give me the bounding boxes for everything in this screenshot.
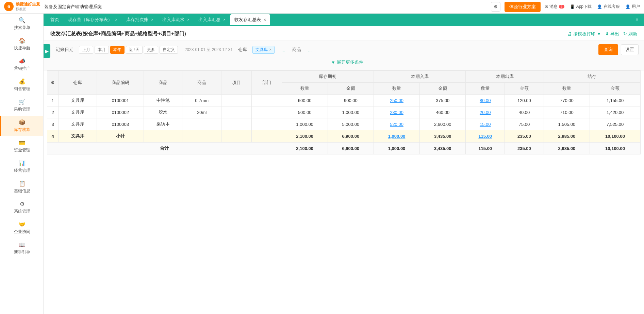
row3-in-qty[interactable]: 520.00 xyxy=(374,118,419,130)
operation-icon: 📊 xyxy=(19,160,26,166)
tab-inventory-dist-close[interactable]: × xyxy=(115,17,117,22)
warehouse-label: 仓库 xyxy=(238,47,247,53)
row2-in-qty[interactable]: 230.00 xyxy=(374,106,419,118)
col-code-header: 商品编码 xyxy=(97,71,144,95)
tab-in-out-flow[interactable]: 出入库流水 × xyxy=(158,14,194,25)
col-gear-header: ⚙ xyxy=(47,71,59,95)
sidebar-label-finance: 资金管理 xyxy=(14,147,30,153)
sidebar-item-enterprise[interactable]: 🤝 企业协同 xyxy=(0,218,43,238)
goods-label: 商品 xyxy=(292,47,301,53)
date-btn-this-month[interactable]: 本月 xyxy=(95,46,109,54)
row2-seq: 2 xyxy=(47,106,59,118)
subtotal-in-amt: 3,435.00 xyxy=(420,130,466,143)
total-label: 合计 xyxy=(47,142,282,154)
tab-in-out-summary[interactable]: 出入库汇总 × xyxy=(194,14,230,25)
row3-seq: 3 xyxy=(47,118,59,130)
date-btn-last-month[interactable]: 上月 xyxy=(79,46,93,54)
sidebar-label-inventory: 库存核算 xyxy=(14,127,30,133)
tab-receive-send-close[interactable]: × xyxy=(264,17,266,22)
tab-bar: 首页 现存量（库存分布表） × 库存批次账 × 出入库流水 × 出入库汇总 × … xyxy=(44,14,644,26)
date-range: 2023-01-01 至 2023-12-31 xyxy=(185,47,233,53)
date-btn-more[interactable]: 更多 xyxy=(144,46,158,54)
row2-project xyxy=(221,106,252,118)
row1-in-amt: 375.00 xyxy=(420,95,466,106)
sidebar-label-guide: 新手引导 xyxy=(14,249,30,255)
col-opening-header: 库存期初 xyxy=(282,71,374,83)
sidebar-item-sales[interactable]: 💰 销售管理 xyxy=(0,75,43,95)
col-out-header: 本期出库 xyxy=(466,71,544,83)
settings-button[interactable]: ⚙ xyxy=(491,2,500,12)
warehouse-tag[interactable]: 文具库 × xyxy=(252,46,275,54)
warehouse-tag-value: 文具库 xyxy=(255,47,268,53)
row1-in-qty[interactable]: 250.00 xyxy=(374,95,419,106)
logo-icon: 6 xyxy=(4,2,14,11)
page-title: 收发存汇总表(按仓库+商品编码+商品+规格型号+项目+部门) xyxy=(50,31,186,37)
tab-in-out-summary-close[interactable]: × xyxy=(223,17,226,22)
marketing-icon: 📣 xyxy=(19,58,26,64)
tab-in-out-flow-label: 出入库流水 xyxy=(162,17,184,23)
row2-code: 0100002 xyxy=(97,106,144,118)
setting-button[interactable]: 设置 xyxy=(621,44,639,55)
row1-name: 中性笔 xyxy=(144,95,182,106)
sidebar-item-operation[interactable]: 📊 经营管理 xyxy=(0,156,43,177)
row2-out-qty[interactable]: 20.00 xyxy=(466,106,505,118)
sidebar-item-purchase[interactable]: 🛒 采购管理 xyxy=(0,95,43,116)
row2-spec: 20ml xyxy=(182,106,221,118)
sidebar-item-marketing[interactable]: 📣 营销推广 xyxy=(0,54,43,75)
warehouse-tag-close[interactable]: × xyxy=(269,47,271,52)
print-button[interactable]: 🖨 按模板打印 ▼ xyxy=(567,31,601,37)
date-btn-this-year[interactable]: 本年 xyxy=(110,46,125,54)
col-bal-qty-header: 数量 xyxy=(544,83,590,95)
row3-out-amt: 75.00 xyxy=(505,118,544,130)
service-icon: 👤 xyxy=(597,4,602,9)
col-bal-amt-header: 金额 xyxy=(590,83,641,95)
sidebar-item-quick-nav[interactable]: 🏠 快捷导航 xyxy=(0,34,43,54)
row1-out-qty[interactable]: 80.00 xyxy=(466,95,505,106)
query-button[interactable]: 查询 xyxy=(598,44,618,55)
message-badge: 6 xyxy=(559,5,564,9)
expand-icon: ▼ xyxy=(331,60,335,65)
sidebar-item-guide[interactable]: 📖 新手引导 xyxy=(0,238,43,259)
tab-batch-account-close[interactable]: × xyxy=(151,17,153,22)
online-service-button[interactable]: 👤 在线客服 xyxy=(597,4,620,10)
refresh-button[interactable]: ↻ 刷新 xyxy=(623,31,637,37)
col-balance-header: 结存 xyxy=(544,71,640,83)
messages-button[interactable]: ✉ 消息 6 xyxy=(545,4,564,10)
system-title: 装备及固定资产辅助管理系统 xyxy=(44,4,487,10)
total-open-qty: 2,100.00 xyxy=(282,142,328,154)
sidebar-item-search[interactable]: 🔍 搜索菜单 xyxy=(0,14,43,34)
expand-button[interactable]: ▼ 展开更多条件 xyxy=(56,58,639,67)
row2-bal-qty: 710.00 xyxy=(544,106,590,118)
sidebar-item-system[interactable]: ⚙ 系统管理 xyxy=(0,197,43,218)
tab-in-out-flow-close[interactable]: × xyxy=(187,17,189,22)
filter-toggle[interactable]: ▶ xyxy=(44,44,50,58)
sidebar-item-inventory[interactable]: 📦 库存核算 xyxy=(0,116,43,136)
date-btn-7days[interactable]: 近7天 xyxy=(126,46,143,54)
sidebar-item-basic-info[interactable]: 📋 基础信息 xyxy=(0,177,43,197)
tab-inventory-dist[interactable]: 现存量（库存分布表） × xyxy=(64,14,121,25)
table-container: ⚙ 仓库 商品编码 商品 商品 项目 部门 库存期初 本期入库 本期出库 结存 xyxy=(44,70,644,314)
row2-warehouse: 文具库 xyxy=(59,106,97,118)
date-btn-custom[interactable]: 自定义 xyxy=(160,46,178,54)
user-button[interactable]: 👤 用户 xyxy=(625,4,640,10)
tab-bar-close-button[interactable]: × xyxy=(633,17,641,23)
sidebar-item-finance[interactable]: 💳 资金管理 xyxy=(0,136,43,156)
export-button[interactable]: ⬇ 导出 xyxy=(605,31,619,37)
tab-home[interactable]: 首页 xyxy=(46,14,63,25)
try-button[interactable]: 体验行业方案 xyxy=(505,2,541,12)
search-icon: 🔍 xyxy=(19,17,26,23)
row2-open-qty: 500.00 xyxy=(282,106,328,118)
app-download-button[interactable]: 📱 App下载 xyxy=(570,4,592,10)
total-in-qty: 1,000.00 xyxy=(374,142,419,154)
row3-code: 0100003 xyxy=(97,118,144,130)
subtotal-out-amt: 235.00 xyxy=(505,130,544,143)
row3-out-qty[interactable]: 15.00 xyxy=(466,118,505,130)
total-in-amt: 3,435.00 xyxy=(420,142,466,154)
row1-code: 0100001 xyxy=(97,95,144,106)
goods-dots[interactable]: ... xyxy=(307,47,313,52)
logo-text: 畅捷通好生意 xyxy=(16,2,40,6)
warehouse-dots[interactable]: ... xyxy=(280,47,287,52)
top-actions: ✉ 消息 6 📱 App下载 👤 在线客服 👤 用户 xyxy=(545,4,640,10)
tab-batch-account[interactable]: 库存批次账 × xyxy=(122,14,158,25)
tab-receive-send[interactable]: 收发存汇总表 × xyxy=(230,14,270,25)
